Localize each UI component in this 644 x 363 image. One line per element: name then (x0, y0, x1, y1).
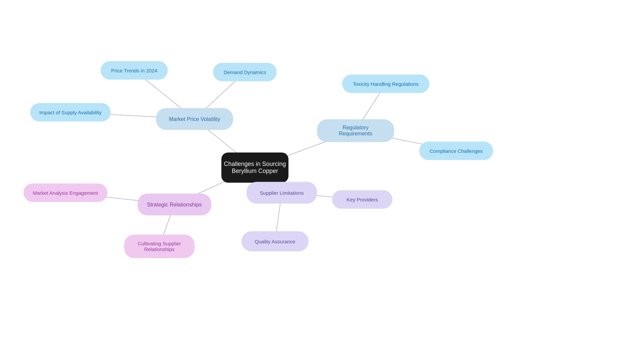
key-providers-node[interactable]: Key Providers (332, 190, 392, 209)
regulatory-requirements-node[interactable]: Regulatory Requirements (317, 119, 394, 142)
toxicity-handling-node[interactable]: Toxicity Handling Regulations (342, 75, 429, 93)
quality-assurance-node[interactable]: Quality Assurance (241, 231, 309, 251)
strategic-relationships-node[interactable]: Strategic Relationships (138, 194, 211, 216)
market-price-volatility-node[interactable]: Market Price Volatility (156, 108, 233, 130)
center-node[interactable]: Challenges in Sourcing Beryllium Copper (221, 153, 288, 183)
supplier-limitations-node[interactable]: Supplier Limitations (247, 182, 317, 204)
connections-svg (0, 0, 644, 363)
price-trends-node[interactable]: Price Trends in 2024 (101, 61, 168, 80)
mindmap-container: Challenges in Sourcing Beryllium CopperM… (0, 0, 644, 363)
compliance-challenges-node[interactable]: Compliance Challenges (419, 142, 493, 160)
demand-dynamics-node[interactable]: Demand Dynamics (213, 63, 277, 81)
impact-supply-node[interactable]: Impact of Supply Availability (30, 103, 111, 122)
market-analysis-node[interactable]: Market Analysis Engagement (23, 184, 107, 202)
cultivating-supplier-node[interactable]: Cultivating Supplier Relationships (124, 235, 195, 258)
